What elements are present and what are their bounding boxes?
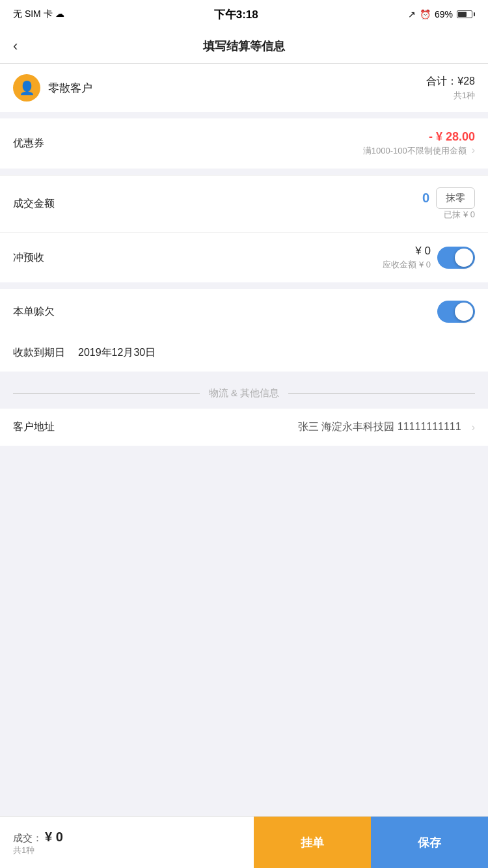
- credit-toggle[interactable]: [437, 301, 475, 323]
- avatar: 👤: [13, 74, 40, 102]
- address-chevron-icon: ›: [472, 422, 475, 433]
- page-title: 填写结算等信息: [203, 38, 285, 54]
- coupon-description: 满1000-100不限制使用金额: [363, 145, 467, 157]
- transaction-amount-value-area: 0 抹零 已抹 ¥ 0: [422, 187, 475, 221]
- logistics-section-header: 物流 & 其他信息: [0, 378, 488, 409]
- prepayment-label: 冲预收: [13, 251, 44, 265]
- form-section-1: 优惠券 - ¥ 28.00 满1000-100不限制使用金额 › 成交金额 0 …: [0, 118, 488, 282]
- prepayment-toggle[interactable]: [437, 247, 475, 269]
- total-amount: 合计：¥28: [426, 75, 475, 88]
- back-button[interactable]: ‹: [8, 33, 23, 60]
- chevron-right-icon: ›: [472, 144, 475, 156]
- hang-order-label: 挂单: [301, 835, 324, 850]
- status-bar: 无 SIM 卡 ☁ 下午3:18 ↗ ⏰ 69%: [0, 0, 488, 29]
- credit-row: 本单赊欠: [0, 289, 488, 334]
- hang-order-button[interactable]: 挂单: [254, 817, 371, 868]
- save-label: 保存: [418, 835, 441, 850]
- transaction-amount-value: 0: [422, 191, 429, 206]
- prepayment-values: ¥ 0 应收金额 ¥ 0: [383, 245, 431, 271]
- save-button[interactable]: 保存: [371, 817, 488, 868]
- due-date-row: 收款到期日 2019年12月30日: [0, 334, 488, 372]
- coupon-row[interactable]: 优惠券 - ¥ 28.00 满1000-100不限制使用金额 ›: [0, 118, 488, 169]
- nav-bar: ‹ 填写结算等信息: [0, 29, 488, 64]
- already-zero-text: 已抹 ¥ 0: [422, 209, 475, 221]
- transaction-amount-row: 成交金额 0 抹零 已抹 ¥ 0: [0, 175, 488, 232]
- customer-info: 👤 零散客户: [13, 74, 92, 102]
- avatar-icon: 👤: [19, 80, 35, 96]
- status-time: 下午3:18: [214, 7, 258, 22]
- form-section-2: 本单赊欠 收款到期日 2019年12月30日: [0, 289, 488, 372]
- status-right: ↗ ⏰ 69%: [408, 9, 475, 20]
- customer-row: 👤 零散客户 合计：¥28 共1种: [0, 64, 488, 112]
- coupon-discount: - ¥ 28.00: [363, 130, 475, 144]
- coupon-value-area: - ¥ 28.00 满1000-100不限制使用金额 ›: [363, 130, 475, 157]
- bottom-summary-row: 成交： ¥ 0: [13, 828, 241, 845]
- logistics-label: 物流 & 其他信息: [209, 387, 279, 400]
- prepayment-value-area: ¥ 0 应收金额 ¥ 0: [383, 245, 475, 271]
- prepayment-row: 冲预收 ¥ 0 应收金额 ¥ 0: [0, 232, 488, 282]
- content: 👤 零散客户 合计：¥28 共1种 优惠券 - ¥ 28.00 满1000-10…: [0, 64, 488, 511]
- location-icon: ↗: [408, 9, 416, 20]
- prepayment-sub-value: 应收金额 ¥ 0: [383, 259, 431, 271]
- alarm-icon: ⏰: [420, 9, 431, 20]
- address-row[interactable]: 客户地址 张三 海淀永丰科技园 11111111111 ›: [0, 409, 488, 446]
- address-section: 客户地址 张三 海淀永丰科技园 11111111111 ›: [0, 409, 488, 446]
- total-count: 共1种: [426, 90, 475, 102]
- sim-status: 无 SIM 卡 ☁: [13, 8, 64, 20]
- prepayment-main-value: ¥ 0: [383, 245, 431, 258]
- customer-total: 合计：¥28 共1种: [426, 75, 475, 102]
- address-value: 张三 海淀永丰科技园 11111111111: [62, 420, 461, 434]
- due-date-value: 2019年12月30日: [78, 346, 156, 360]
- bottom-summary-amount: ¥ 0: [45, 830, 63, 845]
- due-date-label: 收款到期日: [13, 346, 65, 360]
- customer-name: 零散客户: [48, 81, 92, 96]
- credit-label: 本单赊欠: [13, 305, 55, 319]
- address-label: 客户地址: [13, 420, 55, 434]
- bottom-bar: 成交： ¥ 0 共1种 挂单 保存: [0, 816, 488, 868]
- bottom-summary: 成交： ¥ 0 共1种: [0, 817, 254, 868]
- coupon-label: 优惠券: [13, 137, 44, 150]
- toggle-knob: [455, 249, 473, 267]
- bottom-summary-count: 共1种: [13, 845, 241, 856]
- status-left: 无 SIM 卡 ☁: [13, 8, 64, 20]
- battery-icon: [457, 10, 475, 18]
- bottom-summary-label: 成交：: [13, 832, 42, 845]
- credit-toggle-knob: [455, 303, 473, 321]
- round-down-button[interactable]: 抹零: [436, 187, 475, 209]
- transaction-amount-label: 成交金额: [13, 197, 55, 211]
- battery-percent: 69%: [435, 9, 453, 20]
